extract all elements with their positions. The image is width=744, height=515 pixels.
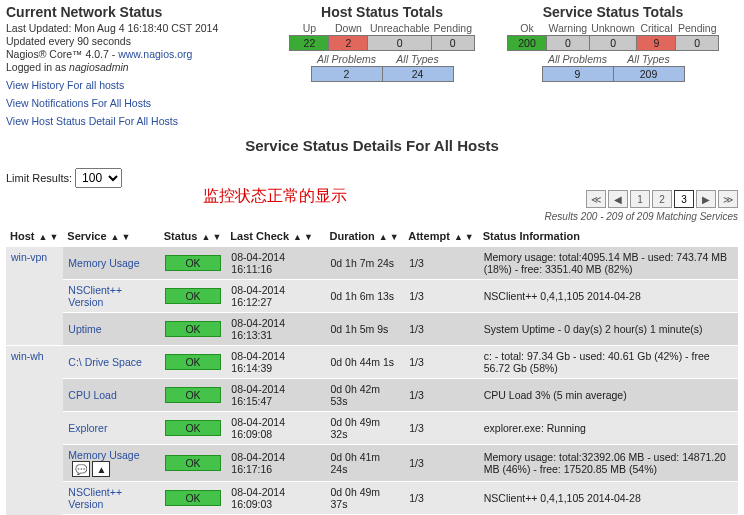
th-unreachable: Unreachable (368, 22, 432, 36)
info-cell: CPU Load 3% (5 min average) (479, 379, 738, 412)
attempt-cell: 1/3 (404, 313, 478, 346)
cell-hosts-up[interactable]: 22 (290, 36, 329, 51)
service-link[interactable]: NSClient++ Version (68, 486, 122, 510)
link-view-history[interactable]: View History For all hosts (6, 79, 276, 91)
sort-up-icon[interactable]: ▲ (292, 232, 303, 242)
col-last-check[interactable]: Last Check ▲▼ (226, 228, 325, 247)
status-badge: OK (165, 490, 222, 506)
info-cell: c: - total: 97.34 Gb - used: 40.61 Gb (4… (479, 346, 738, 379)
annotation-text: 监控状态正常的显示 (6, 186, 545, 207)
status-cell: OK (160, 346, 227, 379)
th-svc-problems: All Problems (542, 53, 613, 67)
cell-svc-problems[interactable]: 9 (542, 67, 613, 82)
th-svc-types: All Types (613, 53, 684, 67)
host-link[interactable]: win-wh (11, 350, 44, 362)
comment-icon[interactable]: 💬 (72, 461, 90, 477)
th-unknown: Unknown (589, 22, 637, 36)
last-check-cell: 08-04-2014 16:15:47 (226, 379, 325, 412)
service-totals-title: Service Status Totals (488, 4, 738, 20)
cell-svc-critical[interactable]: 9 (637, 36, 676, 51)
sort-down-icon[interactable]: ▼ (389, 232, 400, 242)
sort-up-icon[interactable]: ▲ (378, 232, 389, 242)
th-up: Up (290, 22, 329, 36)
sort-down-icon[interactable]: ▼ (303, 232, 314, 242)
status-cell: OK (160, 280, 227, 313)
graph-icon[interactable]: ▲ (92, 461, 110, 477)
service-cell: Memory Usage💬▲ (63, 445, 159, 482)
cell-svc-ok[interactable]: 200 (507, 36, 546, 51)
th-warning: Warning (546, 22, 589, 36)
col-service[interactable]: Service ▲▼ (63, 228, 159, 247)
sort-up-icon[interactable]: ▲ (453, 232, 464, 242)
duration-cell: 0d 0h 49m 37s (325, 482, 404, 515)
service-link[interactable]: Memory Usage (68, 257, 139, 269)
info-cell: explorer.exe: Running (479, 412, 738, 445)
cell-svc-unknown[interactable]: 0 (589, 36, 637, 51)
status-cell: OK (160, 313, 227, 346)
link-view-notifications[interactable]: View Notifications For All Hosts (6, 97, 276, 109)
cell-hosts-down[interactable]: 2 (329, 36, 368, 51)
cell-host-types[interactable]: 24 (382, 67, 453, 82)
duration-cell: 0d 1h 5m 9s (325, 313, 404, 346)
cell-svc-warning[interactable]: 0 (546, 36, 589, 51)
page-number-button[interactable]: 1 (630, 190, 650, 208)
page-next-icon[interactable]: ▶ (696, 190, 716, 208)
th-pending: Pending (676, 22, 719, 36)
service-totals-block: Service Status Totals Ok Warning Unknown… (488, 4, 738, 82)
service-cell: Memory Usage (63, 247, 159, 280)
sort-down-icon[interactable]: ▼ (464, 232, 475, 242)
attempt-cell: 1/3 (404, 412, 478, 445)
status-badge: OK (165, 354, 222, 370)
sort-up-icon[interactable]: ▲ (110, 232, 121, 242)
service-link[interactable]: Explorer (68, 422, 107, 434)
col-host[interactable]: Host ▲▼ (6, 228, 63, 247)
col-status[interactable]: Status ▲▼ (160, 228, 227, 247)
table-row: ExplorerOK08-04-2014 16:09:080d 0h 49m 3… (6, 412, 738, 445)
duration-cell: 0d 0h 42m 53s (325, 379, 404, 412)
status-badge: OK (165, 455, 222, 471)
duration-cell: 0d 1h 6m 13s (325, 280, 404, 313)
status-badge: OK (165, 255, 222, 271)
th-critical: Critical (637, 22, 676, 36)
service-link[interactable]: Memory Usage (68, 449, 139, 461)
service-cell: Explorer (63, 412, 159, 445)
table-row: win-whC:\ Drive SpaceOK08-04-2014 16:14:… (6, 346, 738, 379)
host-cell: win-vpn (6, 247, 63, 346)
status-cell: OK (160, 482, 227, 515)
link-view-status-detail[interactable]: View Host Status Detail For All Hosts (6, 115, 276, 127)
service-link[interactable]: Uptime (68, 323, 101, 335)
page-prev-icon[interactable]: ◀ (608, 190, 628, 208)
table-row: CPU LoadOK08-04-2014 16:15:470d 0h 42m 5… (6, 379, 738, 412)
col-attempt[interactable]: Attempt ▲▼ (404, 228, 478, 247)
service-link[interactable]: C:\ Drive Space (68, 356, 142, 368)
attempt-cell: 1/3 (404, 445, 478, 482)
host-totals-title: Host Status Totals (276, 4, 488, 20)
cell-svc-types[interactable]: 209 (613, 67, 684, 82)
cell-hosts-unreachable[interactable]: 0 (368, 36, 432, 51)
sort-down-icon[interactable]: ▼ (211, 232, 222, 242)
host-link[interactable]: win-vpn (11, 251, 47, 263)
col-duration[interactable]: Duration ▲▼ (325, 228, 404, 247)
service-link[interactable]: CPU Load (68, 389, 116, 401)
limit-select[interactable]: 100 (75, 168, 122, 188)
table-row: UptimeOK08-04-2014 16:13:310d 1h 5m 9s1/… (6, 313, 738, 346)
page-last-icon[interactable]: ≫ (718, 190, 738, 208)
page-first-icon[interactable]: ≪ (586, 190, 606, 208)
service-link[interactable]: NSClient++ Version (68, 284, 122, 308)
host-totals-block: Host Status Totals Up Down Unreachable P… (276, 4, 488, 82)
product-link[interactable]: www.nagios.org (118, 48, 192, 60)
sort-up-icon[interactable]: ▲ (200, 232, 211, 242)
cell-hosts-pending[interactable]: 0 (432, 36, 475, 51)
cell-host-problems[interactable]: 2 (311, 67, 382, 82)
last-check-cell: 08-04-2014 16:09:08 (226, 412, 325, 445)
sort-down-icon[interactable]: ▼ (121, 232, 132, 242)
sort-down-icon[interactable]: ▼ (48, 232, 59, 242)
page-number-button[interactable]: 3 (674, 190, 694, 208)
col-info: Status Information (479, 228, 738, 247)
last-check-cell: 08-04-2014 16:11:16 (226, 247, 325, 280)
info-cell: NSClient++ 0,4,1,105 2014-04-28 (479, 482, 738, 515)
sort-up-icon[interactable]: ▲ (38, 232, 49, 242)
service-totals-table: Ok Warning Unknown Critical Pending 200 … (507, 22, 719, 51)
cell-svc-pending[interactable]: 0 (676, 36, 719, 51)
page-number-button[interactable]: 2 (652, 190, 672, 208)
